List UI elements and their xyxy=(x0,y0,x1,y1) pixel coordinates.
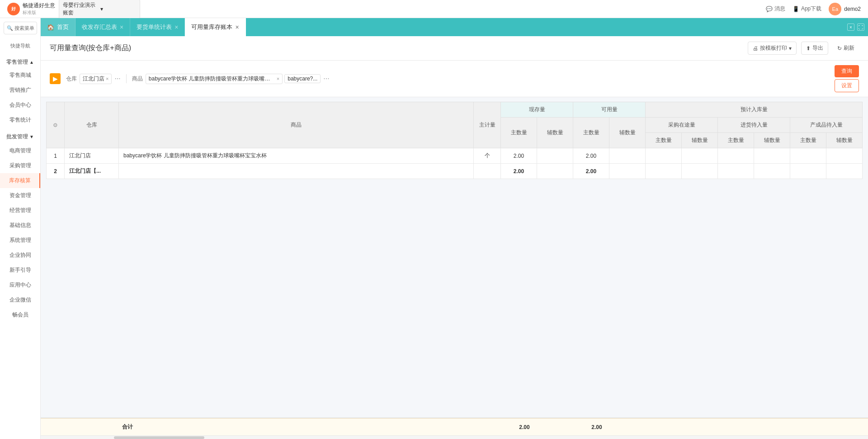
row2-finished-main xyxy=(790,164,826,179)
product-tag-1: babycare学饮杯 儿童防摔防撞吸管杯重力球吸嘴杯宝宝水杯 × xyxy=(146,74,283,84)
sidebar-item-retail-stats[interactable]: 零售统计 xyxy=(0,113,40,127)
row1-avail-sub xyxy=(609,148,646,164)
th-product: 商品 xyxy=(119,102,474,148)
row2-product xyxy=(119,164,474,179)
row2-purchase-main xyxy=(646,164,682,179)
row2-stock-main: 2.00 xyxy=(501,164,537,179)
export-button[interactable]: ⬆ 导出 xyxy=(801,42,828,55)
user-area[interactable]: Ea demo2 xyxy=(829,3,861,15)
totals-avail-main: 2.00 xyxy=(579,420,615,435)
th-purchase-transit-group: 采购在途量 xyxy=(646,118,718,133)
sidebar-item-system[interactable]: 系统管理 xyxy=(0,233,40,248)
quick-nav-area: 快捷导航 xyxy=(0,38,40,54)
sidebar-item-member[interactable]: 畅会员 xyxy=(0,307,40,322)
window-close-button[interactable]: × xyxy=(847,24,854,31)
refresh-icon: ↻ xyxy=(837,45,842,52)
template-badge: 标准版 xyxy=(23,9,55,16)
query-button[interactable]: 查询 xyxy=(835,65,859,77)
table-row: 1 江北门店 babycare学饮杯 儿童防摔防撞吸管杯重力球吸嘴杯宝宝水杯 个… xyxy=(47,148,863,164)
sidebar-item-retail-mall[interactable]: 零售商城 xyxy=(0,68,40,83)
remove-product-tag-1[interactable]: × xyxy=(277,76,279,81)
th-unit: 主计量 xyxy=(474,102,501,148)
store-selector[interactable]: 母婴行业演示账套 ▾ xyxy=(59,0,140,19)
warehouse-tag: 江北门店 × xyxy=(80,74,112,84)
scroll-thumb[interactable] xyxy=(114,436,204,439)
th-purchase-main: 主数量 xyxy=(646,133,682,148)
refresh-button[interactable]: ↻ 刷新 xyxy=(833,42,859,54)
row1-unit: 个 xyxy=(474,148,501,164)
sidebar-item-marketing[interactable]: 营销推广 xyxy=(0,83,40,98)
sidebar-item-finance[interactable]: 资金管理 xyxy=(0,188,40,203)
row2-incoming-main xyxy=(718,164,754,179)
th-planned-group: 预计入库量 xyxy=(646,102,863,118)
sidebar-item-quick-nav[interactable]: 快捷导航 xyxy=(0,40,40,52)
horizontal-scrollbar[interactable] xyxy=(41,435,868,439)
row2-unit xyxy=(474,164,501,179)
sidebar-item-appcenter[interactable]: 应用中心 xyxy=(0,278,40,293)
totals-label: 合计 xyxy=(113,419,142,435)
sidebar-section-retail[interactable]: 零售管理 ▲ xyxy=(0,55,40,68)
sidebar-item-ecommerce[interactable]: 电商管理 xyxy=(0,143,40,158)
th-avail-main: 主数量 xyxy=(573,118,609,148)
sidebar-item-purchase[interactable]: 采购管理 xyxy=(0,158,40,173)
sidebar: 🔍 搜索菜单 快捷导航 零售管理 ▲ 零售商城 营销推广 会员中心 零售统计 批… xyxy=(0,18,41,439)
row2-purchase-sub xyxy=(682,164,718,179)
close-tab-1[interactable]: × xyxy=(120,24,123,31)
message-icon: 💬 xyxy=(766,6,773,12)
tab-available-inventory[interactable]: 可用量库存账本 × xyxy=(185,18,245,36)
product-tag-2: babycare?... xyxy=(284,74,321,83)
tab-home[interactable]: 🏠 首页 xyxy=(41,18,75,36)
row1-index: 1 xyxy=(47,148,65,164)
product-filter-group: 商品 babycare学饮杯 儿童防摔防撞吸管杯重力球吸嘴杯宝宝水杯 × bab… xyxy=(132,74,330,84)
template-print-button[interactable]: 🖨 按模板打印 ▾ xyxy=(748,42,797,55)
search-menu-button[interactable]: 🔍 搜索菜单 xyxy=(4,22,37,34)
message-action[interactable]: 💬 消息 xyxy=(766,5,785,13)
totals-stock-main: 2.00 xyxy=(506,420,542,435)
close-tab-3[interactable]: × xyxy=(235,24,239,31)
printer-icon: 🖨 xyxy=(753,45,758,52)
row2-index: 2 xyxy=(47,164,65,179)
tab-order-stats[interactable]: 要货单统计表 × xyxy=(130,18,185,36)
table-area: ⚙ 仓库 商品 主计量 现存量 可用量 预计入库量 主数量 辅数量 xyxy=(41,97,868,417)
close-tab-2[interactable]: × xyxy=(175,24,178,31)
th-purchase-sub: 辅数量 xyxy=(682,133,718,148)
inventory-table: ⚙ 仓库 商品 主计量 现存量 可用量 预计入库量 主数量 辅数量 xyxy=(46,102,863,179)
home-icon: 🏠 xyxy=(47,24,54,31)
chevron-up-icon: ▲ xyxy=(29,60,34,65)
th-settings: ⚙ xyxy=(47,102,65,148)
table-settings-icon[interactable]: ⚙ xyxy=(53,122,58,128)
sidebar-section-wholesale[interactable]: 批发管理 ▼ xyxy=(0,129,40,142)
sidebar-item-enterprise[interactable]: 企业协同 xyxy=(0,248,40,263)
sidebar-item-basic-info[interactable]: 基础信息 xyxy=(0,218,40,233)
store-name: 母婴行业演示账套 xyxy=(63,1,99,17)
window-maximize-button[interactable]: ⛶ xyxy=(857,24,864,31)
settings-button[interactable]: 设置 xyxy=(835,79,859,92)
app-name: 畅捷通好生意 xyxy=(23,2,55,9)
sidebar-item-newuser[interactable]: 新手引导 xyxy=(0,263,40,278)
warehouse-more-button[interactable]: ··· xyxy=(114,75,120,83)
sidebar-item-operations[interactable]: 经营管理 xyxy=(0,203,40,218)
th-goods-incoming-group: 进货待入量 xyxy=(718,118,790,133)
sidebar-item-members[interactable]: 会员中心 xyxy=(0,98,40,113)
row1-incoming-main xyxy=(718,148,754,164)
row1-purchase-main xyxy=(646,148,682,164)
row1-purchase-sub xyxy=(682,148,718,164)
row1-finished-main xyxy=(790,148,826,164)
export-icon: ⬆ xyxy=(806,45,811,52)
product-more-button[interactable]: ··· xyxy=(323,75,329,83)
app-download-action[interactable]: 📱 App下载 xyxy=(793,5,821,13)
tab-receivable-summary[interactable]: 收发存汇总表 × xyxy=(75,18,130,36)
totals-row: 合计 2.00 2.00 xyxy=(41,418,868,435)
row2-warehouse: 江北门店【... xyxy=(65,164,119,179)
app-download-label: App下载 xyxy=(801,5,821,13)
page-title: 可用量查询(按仓库+商品) xyxy=(50,43,131,53)
sidebar-item-inventory[interactable]: 库存核算 xyxy=(0,173,40,188)
remove-warehouse-tag[interactable]: × xyxy=(106,76,108,81)
th-incoming-sub: 辅数量 xyxy=(754,133,790,148)
filter-bar: ▶ 仓库 江北门店 × ··· 商品 xyxy=(41,61,868,97)
row2-avail-main: 2.00 xyxy=(573,164,609,179)
row2-finished-sub xyxy=(826,164,863,179)
sidebar-item-wechat[interactable]: 企业微信 xyxy=(0,293,40,307)
th-incoming-main: 主数量 xyxy=(718,133,754,148)
filter-expand-button[interactable]: ▶ xyxy=(50,73,61,84)
